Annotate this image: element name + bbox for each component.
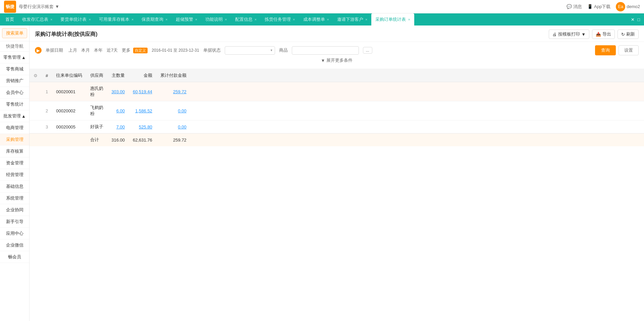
tab-collect-pay[interactable]: 收发存汇总表 × (18, 13, 56, 25)
app-download-link[interactable]: 📱 App下载 (587, 4, 610, 10)
row1-extra (191, 82, 644, 101)
tab-purchase-stats[interactable]: 采购订单统计表 × (371, 13, 414, 25)
close-tab-purchase-stats[interactable]: × (408, 17, 410, 21)
sidebar-item-wechat[interactable]: 企业微信 (0, 239, 29, 251)
tab-inventory-book[interactable]: 可用量库存账本 × (95, 13, 138, 25)
sidebar-item-app-center[interactable]: 应用中心 (0, 228, 29, 239)
sidebar-item-enterprise[interactable]: 企业协同 (0, 204, 29, 216)
sidebar-item-ecommerce[interactable]: 电商管理 (0, 122, 29, 134)
retail-arrow-icon: ▲ (21, 55, 26, 60)
tab-pick-task[interactable]: 拣货任务管理 × (261, 13, 299, 25)
col-settings[interactable]: ⚙ (30, 69, 42, 82)
search-menu-button[interactable]: 搜索菜单 (2, 28, 27, 38)
date-shortcuts: 上月 本月 本年 近7天 更多 自定义 (67, 47, 148, 54)
row3-quantity[interactable]: 7.00 (107, 120, 129, 133)
nav-tabs-end: ✕ □ (628, 17, 643, 22)
row2-amount[interactable]: 1,586.52 (129, 101, 156, 120)
query-button[interactable]: 查询 (595, 45, 616, 55)
close-tab-collect-pay[interactable]: × (50, 17, 52, 21)
col-quantity: 主数量 (107, 69, 129, 82)
tab-home[interactable]: 首页 (1, 13, 18, 25)
tab-warranty-query[interactable]: 保质期查询 × (138, 13, 171, 25)
row1-paid[interactable]: 259.72 (156, 82, 191, 101)
sidebar-item-member2[interactable]: 畅会员 (0, 251, 29, 263)
close-tab-inventory-book[interactable]: × (131, 17, 133, 21)
col-extra (191, 69, 644, 82)
tab-cost-adjust[interactable]: 成本调整单 × (299, 13, 333, 25)
row2-settings (30, 101, 42, 120)
sidebar-item-retail-stats[interactable]: 零售统计 (0, 99, 29, 110)
col-supplier: 供应商 (86, 69, 107, 82)
sidebar-item-operation[interactable]: 经营管理 (0, 169, 29, 181)
close-tab-pick-task[interactable]: × (293, 17, 295, 21)
row2-quantity[interactable]: 6.00 (107, 101, 129, 120)
sidebar-item-retail[interactable]: 零售管理 ▲ (0, 52, 29, 63)
row3-paid[interactable]: 0.00 (156, 120, 191, 133)
sidebar-item-basic[interactable]: 基础信息 (0, 181, 29, 193)
close-window-icon[interactable]: ✕ (631, 17, 635, 22)
user-info[interactable]: Ea demo2 (616, 2, 640, 11)
sidebar-item-finance[interactable]: 资金管理 (0, 157, 29, 169)
sidebar-item-member[interactable]: 会员中心 (0, 87, 29, 99)
sidebar-item-wholesale[interactable]: 批发管理 ▲ (0, 110, 29, 122)
close-tab-goods-stats[interactable]: × (89, 17, 91, 21)
page-actions: 🖨 按模板打印 ▼ 📥 导出 ↻ 刷新 (549, 30, 639, 39)
date-shortcut-this-month[interactable]: 本月 (80, 47, 91, 54)
close-tab-config-info[interactable]: × (255, 17, 257, 21)
sidebar-item-newbie[interactable]: 新手引导 (0, 216, 29, 228)
close-tab-warranty-query[interactable]: × (165, 17, 167, 21)
goods-ellipsis-button[interactable]: ... (363, 47, 372, 54)
sidebar-item-system[interactable]: 系统管理 (0, 193, 29, 204)
settings-button[interactable]: 设置 (619, 45, 639, 55)
column-settings-icon[interactable]: ⚙ (34, 73, 38, 78)
filter-toggle-button[interactable]: ▶ (35, 47, 42, 54)
close-tab-invite-customer[interactable]: × (365, 17, 367, 21)
close-tab-cost-adjust[interactable]: × (327, 17, 329, 21)
more-filters-toggle[interactable]: ▼ 展开更多条件 (35, 55, 639, 65)
close-tab-function-desc[interactable]: × (225, 17, 227, 21)
custom-date-badge[interactable]: 自定义 (133, 48, 148, 53)
tab-invite-customer[interactable]: 邀请下游客户 × (333, 13, 371, 25)
date-shortcut-more[interactable]: 更多 (120, 47, 132, 54)
close-tab-overstock-warning[interactable]: × (195, 17, 197, 21)
goods-filter-label: 商品 (279, 47, 288, 53)
date-shortcut-last-month[interactable]: 上月 (67, 47, 78, 54)
row2-paid[interactable]: 0.00 (156, 101, 191, 120)
footer-paid: 259.72 (156, 133, 191, 147)
print-button[interactable]: 🖨 按模板打印 ▼ (549, 30, 589, 39)
tab-function-desc[interactable]: 功能说明 × (201, 13, 231, 25)
date-range-display: 2016-01-01 至 2023-12-31 (152, 48, 199, 53)
row1-amount[interactable]: 60,519.44 (129, 82, 156, 101)
tab-goods-stats[interactable]: 要货单统计表 × (56, 13, 95, 25)
tab-config-info[interactable]: 配置信息 × (231, 13, 261, 25)
row3-amount[interactable]: 525.80 (129, 120, 156, 133)
date-shortcut-7days[interactable]: 近7天 (105, 47, 119, 54)
date-shortcut-this-year[interactable]: 本年 (93, 47, 104, 54)
refresh-button[interactable]: ↻ 刷新 (618, 30, 639, 39)
tab-overstock-warning[interactable]: 超储预警 × (172, 13, 201, 25)
row1-quantity[interactable]: 303.00 (107, 82, 129, 101)
table-body: 1 00020001 惠氏奶粉 303.00 60,519.44 259.72 … (30, 82, 644, 133)
sidebar-item-retail-mall[interactable]: 零售商城 (0, 63, 29, 75)
message-link[interactable]: 💬 消息 (567, 4, 582, 10)
workspace-selector[interactable]: 母婴行业演示账套 ▼ (19, 4, 59, 10)
row2-code: 00020002 (52, 101, 86, 120)
purchase-stats-table: ⚙ # 往来单位编码 供应商 主数量 金额 累计付款金额 (30, 69, 644, 146)
table-row: 1 00020001 惠氏奶粉 303.00 60,519.44 259.72 (30, 82, 644, 101)
filter-right-actions: 查询 设置 (595, 45, 639, 55)
status-select[interactable] (225, 46, 275, 55)
workspace-arrow-icon: ▼ (55, 4, 59, 9)
sidebar-item-marketing[interactable]: 营销推广 (0, 75, 29, 87)
export-button[interactable]: 📥 导出 (592, 30, 615, 39)
table-header-row: ⚙ # 往来单位编码 供应商 主数量 金额 累计付款金额 (30, 69, 644, 82)
goods-input[interactable] (292, 46, 359, 55)
footer-quantity: 316.00 (107, 133, 129, 147)
row3-index: 3 (42, 120, 52, 133)
col-code: 往来单位编码 (52, 69, 86, 82)
restore-window-icon[interactable]: □ (637, 17, 640, 22)
quick-nav-button[interactable]: 快捷导航 (0, 41, 29, 52)
top-bar: 畅捷 母婴行业演示账套 ▼ 💬 消息 📱 App下载 Ea demo2 (0, 0, 644, 13)
sidebar-item-purchase[interactable]: 采购管理 (0, 134, 29, 146)
sidebar-item-inventory[interactable]: 库存核算 (0, 146, 29, 157)
refresh-icon: ↻ (621, 32, 625, 37)
